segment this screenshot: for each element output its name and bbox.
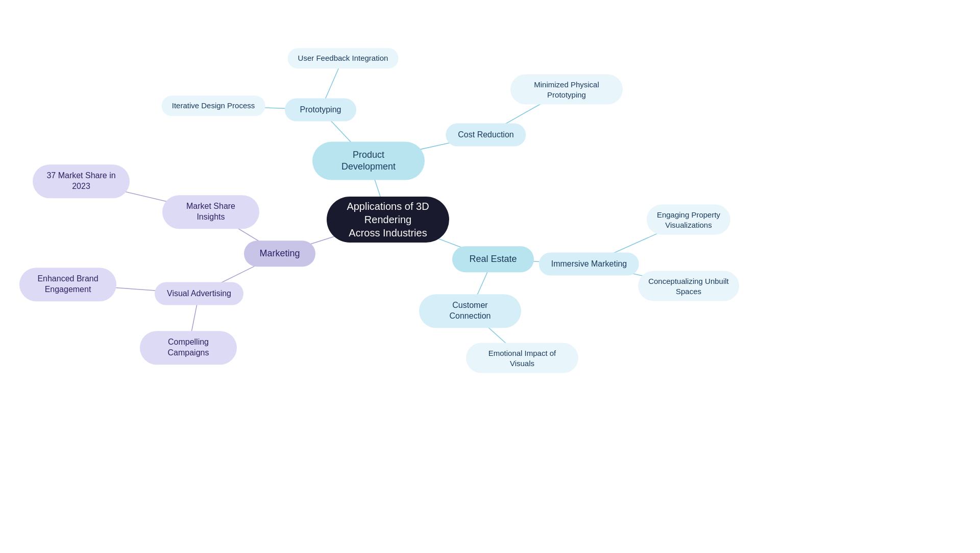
customer-connection-label: Customer Connection (431, 300, 509, 322)
enhanced-brand-label: Enhanced Brand Engagement (32, 274, 104, 295)
market-share-stat-label: 37 Market Share in 2023 (45, 171, 117, 192)
cost-reduction-label: Cost Reduction (458, 130, 513, 140)
user-feedback-label: User Feedback Integration (298, 53, 388, 63)
conceptualizing-unbuilt-node[interactable]: Conceptualizing UnbuiltSpaces (638, 271, 739, 301)
emotional-impact-label: Emotional Impact of Visuals (476, 348, 568, 368)
market-share-node[interactable]: Market Share Insights (162, 195, 259, 229)
real-estate-label: Real Estate (469, 253, 517, 265)
market-share-label: Market Share Insights (175, 201, 247, 223)
minimized-physical-node[interactable]: Minimized Physical Prototyping (510, 75, 623, 105)
minimized-physical-label: Minimized Physical Prototyping (521, 80, 612, 100)
user-feedback-node[interactable]: User Feedback Integration (288, 48, 399, 68)
customer-connection-node[interactable]: Customer Connection (419, 294, 521, 328)
immersive-marketing-node[interactable]: Immersive Marketing (539, 253, 639, 276)
enhanced-brand-node[interactable]: Enhanced Brand Engagement (19, 268, 116, 301)
visual-advertising-node[interactable]: Visual Advertising (155, 282, 243, 305)
marketing-node[interactable]: Marketing (244, 241, 315, 267)
iterative-design-label: Iterative Design Process (172, 101, 255, 111)
engaging-property-label: Engaging PropertyVisualizations (657, 210, 720, 230)
emotional-impact-node[interactable]: Emotional Impact of Visuals (466, 343, 578, 373)
conceptualizing-unbuilt-label: Conceptualizing UnbuiltSpaces (648, 276, 729, 296)
center-label: Applications of 3D RenderingAcross Indus… (337, 200, 439, 239)
real-estate-node[interactable]: Real Estate (452, 246, 534, 272)
visual-advertising-label: Visual Advertising (167, 288, 231, 299)
marketing-label: Marketing (259, 248, 300, 259)
cost-reduction-node[interactable]: Cost Reduction (446, 124, 526, 147)
compelling-campaigns-label: Compelling Campaigns (152, 337, 225, 358)
compelling-campaigns-node[interactable]: Compelling Campaigns (140, 331, 237, 365)
engaging-property-node[interactable]: Engaging PropertyVisualizations (647, 205, 730, 235)
immersive-marketing-label: Immersive Marketing (551, 259, 627, 270)
center-node[interactable]: Applications of 3D RenderingAcross Indus… (327, 197, 449, 243)
product-development-node[interactable]: Product Development (312, 142, 425, 180)
market-share-stat-node[interactable]: 37 Market Share in 2023 (33, 164, 130, 198)
product-development-label: Product Development (327, 149, 410, 173)
prototyping-label: Prototyping (300, 105, 341, 115)
iterative-design-node[interactable]: Iterative Design Process (162, 95, 265, 116)
prototyping-node[interactable]: Prototyping (285, 99, 356, 122)
